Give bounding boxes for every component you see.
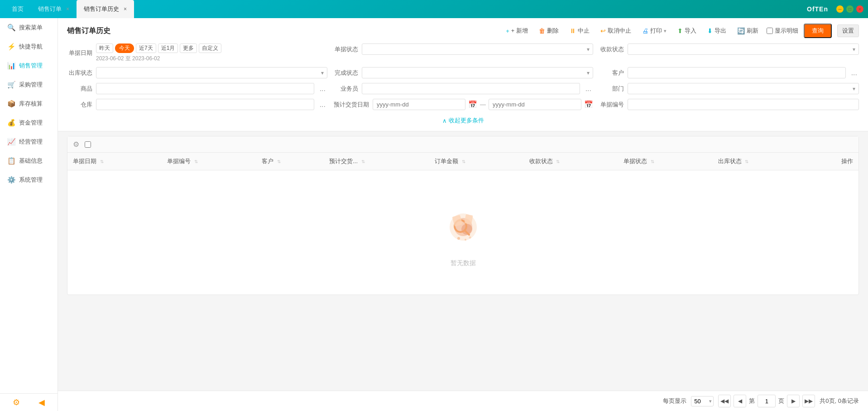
salesperson-dots[interactable]: ...: [584, 85, 593, 93]
date-group: 昨天 今天 近7天 近1月 更多 自定义 2023-06-02 至 2023-0…: [96, 44, 221, 63]
warehouse-dots[interactable]: ...: [318, 101, 327, 109]
sidebar-item-quick-nav[interactable]: ⚡ 快捷导航: [0, 37, 58, 56]
col-expected-sort[interactable]: ⇅: [361, 159, 365, 164]
expected-delivery-label: 预计交货日期: [333, 101, 369, 109]
product-dots[interactable]: ...: [318, 85, 327, 93]
print-label: 打印: [650, 27, 662, 35]
col-date-sort[interactable]: ⇅: [100, 159, 104, 164]
page-header: 销售订单历史 + + 新增 🗑 删除 ⏸ 中止 ↩: [58, 18, 868, 131]
sidebar-item-sys-mgmt[interactable]: ⚙️ 系统管理: [0, 170, 58, 189]
delete-button[interactable]: 🗑 删除: [536, 25, 561, 37]
export-button[interactable]: ⬇ 导出: [705, 25, 729, 37]
data-table: 单据日期 ⇅ 单据编号 ⇅ 客户 ⇅: [67, 153, 858, 295]
order-status-select[interactable]: [362, 44, 593, 55]
customer-input[interactable]: [628, 67, 846, 78]
calendar-to-icon[interactable]: 📅: [584, 100, 593, 109]
col-customer: 客户 ⇅: [256, 153, 324, 170]
product-label: 商品: [67, 85, 92, 93]
cancel-stop-button[interactable]: ↩ 取消中止: [598, 25, 634, 37]
expected-delivery-from[interactable]: [373, 99, 465, 110]
empty-text: 暂无数据: [451, 259, 476, 267]
tab-sales-order-history[interactable]: 销售订单历史 ×: [77, 0, 134, 18]
page-number-input[interactable]: [758, 395, 776, 407]
col-customer-sort[interactable]: ⇅: [277, 159, 281, 164]
customer-dots[interactable]: ...: [849, 69, 859, 77]
per-page-select[interactable]: 10 20 50 100: [691, 396, 714, 406]
sidebar-bottom: ⚙ ◀: [0, 393, 58, 411]
outbound-status-wrapper: [96, 67, 327, 78]
window-minimize[interactable]: ─: [836, 5, 844, 13]
base-info-icon: 📋: [7, 157, 15, 165]
expected-delivery-to[interactable]: [489, 99, 581, 110]
sidebar-item-base-info[interactable]: 📋 基础信息: [0, 151, 58, 170]
completion-status-select[interactable]: [362, 67, 593, 78]
date-btn-today[interactable]: 今天: [115, 44, 134, 53]
window-maximize[interactable]: □: [846, 5, 854, 13]
col-outbound-sort[interactable]: ⇅: [745, 159, 748, 164]
last-page-btn[interactable]: ▶▶: [802, 395, 815, 407]
window-close[interactable]: ×: [856, 5, 863, 13]
calendar-from-icon[interactable]: 📅: [468, 100, 477, 109]
date-btn-7days[interactable]: 近7天: [136, 44, 156, 53]
tab-sales-order-history-close[interactable]: ×: [124, 6, 127, 12]
stop-button[interactable]: ⏸ 中止: [567, 25, 592, 37]
sidebar-item-operation[interactable]: 📈 经营管理: [0, 132, 58, 151]
date-btn-custom[interactable]: 自定义: [199, 44, 221, 53]
date-btn-yesterday[interactable]: 昨天: [96, 44, 113, 53]
first-page-btn[interactable]: ◀◀: [718, 395, 731, 407]
finance-icon: 💰: [7, 119, 15, 127]
show-detail-label: 显示明细: [767, 27, 798, 35]
tab-sales-order-history-label: 销售订单历史: [84, 5, 119, 13]
page-title-row: 销售订单历史 + + 新增 🗑 删除 ⏸ 中止 ↩: [67, 24, 859, 38]
print-button[interactable]: 🖨 打印 ▾: [639, 25, 669, 37]
salesperson-input[interactable]: [362, 83, 580, 94]
brand-text: OfTEn: [807, 5, 828, 13]
table-settings-icon[interactable]: ⚙: [73, 140, 79, 149]
col-amount-sort[interactable]: ⇅: [462, 159, 465, 164]
warehouse-input[interactable]: [96, 99, 314, 110]
col-receipt-sort[interactable]: ⇅: [556, 159, 560, 164]
next-page-btn[interactable]: ▶: [787, 395, 800, 407]
date-btn-1month[interactable]: 近1月: [158, 44, 178, 53]
sidebar-item-finance[interactable]: 💰 资金管理: [0, 113, 58, 132]
sales-mgmt-icon: 📊: [7, 62, 15, 70]
date-buttons: 昨天 今天 近7天 近1月 更多 自定义: [96, 44, 221, 53]
show-detail-checkbox[interactable]: [767, 28, 773, 34]
tab-sales-order-close[interactable]: ×: [66, 6, 69, 12]
new-button[interactable]: + + 新增: [503, 25, 531, 37]
receipt-status-select[interactable]: [628, 44, 859, 55]
tab-sales-order[interactable]: 销售订单 ×: [31, 0, 77, 18]
inventory-icon: 📦: [7, 100, 15, 108]
department-wrapper: [628, 83, 859, 94]
sidebar-settings-btn[interactable]: ⚙: [13, 397, 20, 407]
prev-page-btn[interactable]: ◀: [734, 395, 746, 407]
search-icon: 🔍: [7, 24, 15, 32]
col-order-sort[interactable]: ⇅: [651, 159, 654, 164]
customer-cell: 客户 ...: [599, 67, 859, 78]
date-dash: —: [480, 101, 486, 108]
sidebar-item-inventory-label: 库存核算: [19, 100, 43, 108]
import-button[interactable]: ⬆ 导入: [675, 25, 699, 37]
product-input[interactable]: [96, 83, 314, 94]
outbound-status-select[interactable]: [96, 67, 327, 78]
sidebar-collapse-btn[interactable]: ◀: [38, 397, 45, 407]
collapse-btn[interactable]: ∧ 收起更多条件: [67, 115, 859, 126]
sidebar-item-purchase-mgmt[interactable]: 🛒 采购管理: [0, 75, 58, 94]
sidebar-item-search-menu[interactable]: 🔍 搜索菜单: [0, 18, 58, 37]
sidebar-item-sales-mgmt[interactable]: 📊 销售管理: [0, 56, 58, 75]
tab-home[interactable]: 首页: [5, 0, 31, 18]
sidebar-item-inventory[interactable]: 📦 库存核算: [0, 94, 58, 113]
content: 销售订单历史 + + 新增 🗑 删除 ⏸ 中止 ↩: [58, 18, 868, 411]
select-all-checkbox[interactable]: [85, 141, 91, 148]
department-select[interactable]: [628, 83, 859, 94]
date-btn-more[interactable]: 更多: [180, 44, 197, 53]
order-no-input[interactable]: [628, 99, 859, 110]
query-button[interactable]: 查询: [804, 24, 832, 38]
settings-button[interactable]: 设置: [837, 24, 859, 37]
tab-sales-order-label: 销售订单: [38, 5, 62, 13]
refresh-button[interactable]: 🔄 刷新: [734, 25, 761, 37]
window-controls: ─ □ ×: [836, 5, 863, 13]
new-label: + 新增: [511, 27, 528, 35]
col-no-sort[interactable]: ⇅: [194, 159, 198, 164]
empty-icon: [441, 207, 486, 252]
